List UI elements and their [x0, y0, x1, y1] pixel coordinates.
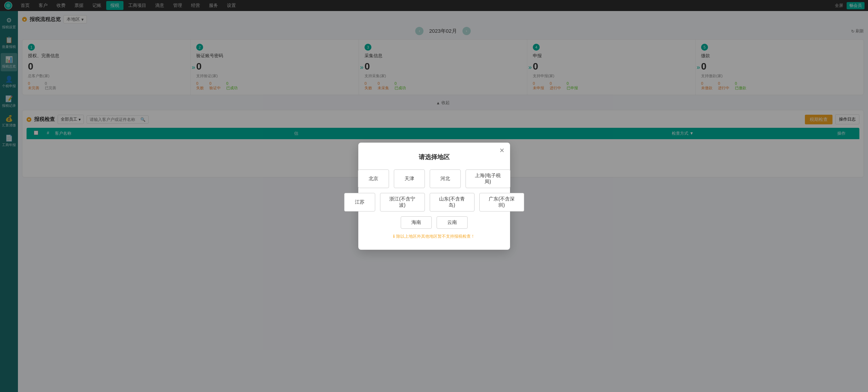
region-btn-山东(不含青岛)[interactable]: 山东(不含青岛) — [430, 193, 475, 212]
overlay[interactable]: ✕ 请选择地区 北京天津河北上海(电子税局) 江苏浙江(不含宁波)山东(不含青岛… — [0, 0, 868, 392]
region-row-2: 江苏浙江(不含宁波)山东(不含青岛)广东(不含深圳) — [372, 193, 496, 212]
region-btn-广东(不含深圳)[interactable]: 广东(不含深圳) — [479, 193, 524, 212]
region-btn-江苏[interactable]: 江苏 — [344, 193, 375, 212]
dialog-notice: ℹ 除以上地区外其他地区暂不支持报税检查！ — [372, 234, 496, 239]
region-btn-云南[interactable]: 云南 — [437, 216, 468, 229]
region-btn-浙江(不含宁波)[interactable]: 浙江(不含宁波) — [380, 193, 425, 212]
dialog-title: 请选择地区 — [372, 153, 496, 161]
region-dialog: ✕ 请选择地区 北京天津河北上海(电子税局) 江苏浙江(不含宁波)山东(不含青岛… — [358, 143, 510, 250]
region-btn-天津[interactable]: 天津 — [394, 169, 425, 188]
notice-text: 除以上地区外其他地区暂不支持报税检查！ — [396, 234, 475, 239]
region-btn-海南[interactable]: 海南 — [401, 216, 432, 229]
dialog-close-btn[interactable]: ✕ — [499, 147, 505, 154]
region-btn-河北[interactable]: 河北 — [430, 169, 461, 188]
region-row-1: 北京天津河北上海(电子税局) — [372, 169, 496, 188]
region-btn-北京[interactable]: 北京 — [358, 169, 389, 188]
region-btn-上海(电子税局)[interactable]: 上海(电子税局) — [466, 169, 510, 188]
region-row-3: 海南云南 — [372, 216, 496, 229]
notice-icon: ℹ — [393, 234, 395, 239]
